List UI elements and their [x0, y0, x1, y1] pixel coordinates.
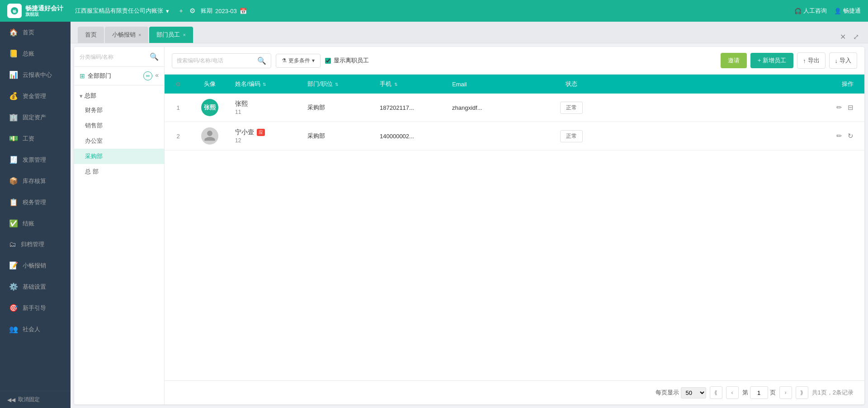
total-info: 共1页，2条记录 [812, 389, 854, 397]
dept-collapse-icon[interactable]: « [155, 71, 159, 80]
dept-header-icons: ✏ « [143, 71, 159, 80]
import-icon: ↓ [835, 57, 838, 64]
sidebar-label-close: 结账 [23, 220, 34, 228]
chevron-down-icon: ▾ [166, 8, 169, 14]
sidebar-item-salary[interactable]: 💵 工资 [0, 128, 71, 149]
th-dept-position[interactable]: 部门/职位 ⇅ [300, 75, 373, 94]
sidebar-item-inventory[interactable]: 📦 库存核算 [0, 170, 71, 192]
salary-icon: 💵 [9, 134, 18, 143]
dept-item-sales[interactable]: 销售部 [74, 118, 164, 133]
sidebar-item-invoice[interactable]: 🧾 发票管理 [0, 149, 71, 170]
dept-sort-icon: ⇅ [335, 82, 339, 87]
th-avatar: 头像 [192, 75, 228, 94]
ai-consult-button[interactable]: 🎧 人工咨询 [794, 7, 827, 15]
first-page-btn[interactable]: ⟪ [710, 386, 722, 399]
sidebar-item-close[interactable]: ✅ 结账 [0, 213, 71, 234]
sidebar-label-guide: 新手引导 [23, 304, 46, 312]
dept-search-icon[interactable]: 🔍 [150, 52, 159, 61]
sidebar-label-social: 社会人 [23, 325, 40, 333]
unpin-label: 取消固定 [18, 396, 40, 403]
expand-tab-btn[interactable]: ⤢ [851, 31, 861, 43]
dept-search-input[interactable] [80, 54, 148, 60]
export-label: 导出 [808, 56, 820, 65]
th-name-code[interactable]: 姓名/编码 ⇅ [228, 75, 300, 94]
sidebar-label-ledger: 总账 [23, 50, 34, 58]
calendar-icon[interactable]: 📅 [240, 8, 247, 14]
th-settings-icon[interactable]: ⚙ [175, 81, 181, 88]
cell-dept-0: 采购部 [300, 94, 373, 122]
prev-page-btn[interactable]: ‹ [726, 386, 739, 399]
dept-item-general[interactable]: 总 部 [74, 164, 164, 179]
sidebar-item-assets[interactable]: 🏢 固定资产 [0, 107, 71, 128]
sidebar-item-reports[interactable]: 📊 云报表中心 [0, 64, 71, 85]
settings-button[interactable]: ⚙ [189, 7, 195, 15]
sidebar-item-home[interactable]: 🏠 首页 [0, 22, 71, 43]
period-value: 2023-03 [215, 8, 237, 14]
page-number-input[interactable] [750, 386, 768, 399]
assets-icon: 🏢 [9, 113, 18, 122]
sidebar-item-settings[interactable]: ⚙️ 基础设置 [0, 276, 71, 297]
ai-consult-label: 人工咨询 [803, 7, 827, 15]
next-page-btn[interactable]: › [779, 386, 792, 399]
tab-department[interactable]: 部门员工 × [149, 27, 193, 43]
employee-search-icon[interactable]: 🔍 [257, 56, 266, 65]
edit-employee-button[interactable]: ✏ [836, 132, 842, 140]
sidebar-label-assets: 固定资产 [23, 113, 46, 122]
invite-button[interactable]: 邀请 [721, 53, 747, 68]
logout-employee-button[interactable]: ⊟ [848, 103, 854, 112]
employee-table: ⚙ 头像 姓名/编码 ⇅ 部门/职位 ⇅ 手机 ⇅ [165, 75, 864, 150]
tab-expense[interactable]: 小畅报销 × [105, 27, 148, 43]
show-resigned-checkbox-label[interactable]: 显示离职员工 [325, 56, 369, 65]
add-button[interactable]: ＋ [178, 7, 184, 15]
edit-employee-button[interactable]: ✏ [836, 103, 842, 112]
th-email: Email [445, 75, 526, 94]
headset-icon: 🎧 [794, 8, 802, 14]
export-button[interactable]: ↑ 导出 [797, 52, 826, 69]
delete-employee-button[interactable]: ↻ [848, 132, 854, 140]
show-resigned-checkbox[interactable] [325, 58, 331, 64]
dept-item-office[interactable]: 办公室 [74, 133, 164, 149]
employee-table-container: ⚙ 头像 姓名/编码 ⇅ 部门/职位 ⇅ 手机 ⇅ [165, 75, 864, 380]
th-status: 状态 [526, 75, 617, 94]
employee-search-input[interactable] [177, 57, 255, 64]
company-selector[interactable]: 江西服宝精品有限责任公司内账张 ▾ [71, 5, 173, 17]
settings-nav-icon: ⚙️ [9, 282, 18, 291]
social-icon: 👥 [9, 325, 18, 333]
import-button[interactable]: ↓ 导入 [829, 52, 858, 69]
inner-content: 🔍 ⊞ 全部部门 ✏ « ▾ 总部 [74, 47, 864, 404]
filter-more-button[interactable]: ⚗ 更多条件 ▾ [276, 54, 321, 68]
employee-name: 张熙 [235, 100, 293, 108]
add-employee-button[interactable]: + 新增员工 [750, 53, 793, 68]
sidebar-item-expense[interactable]: 📝 小畅报销 [0, 255, 71, 276]
sidebar-label-salary: 工资 [23, 135, 34, 143]
sidebar-item-ledger[interactable]: 📒 总账 [0, 43, 71, 64]
tab-home[interactable]: 首页 [78, 27, 104, 43]
cell-index-0: 1 [165, 94, 192, 122]
dept-item-finance[interactable]: 财务部 [74, 103, 164, 118]
sidebar-item-tax[interactable]: 📋 税务管理 [0, 192, 71, 213]
tab-department-close[interactable]: × [183, 32, 185, 38]
last-page-btn[interactable]: ⟫ [796, 386, 808, 399]
tab-expense-close[interactable]: × [138, 32, 141, 38]
user-area[interactable]: 👤 畅捷通 [834, 7, 861, 15]
svg-text:畅: 畅 [13, 9, 16, 14]
unpin-button[interactable]: ◀◀ 取消固定 [0, 391, 71, 408]
th-phone[interactable]: 手机 ⇅ [373, 75, 445, 94]
dept-add-icon[interactable]: ✏ [143, 71, 152, 80]
user-name: 畅捷通 [843, 7, 861, 15]
sidebar-item-social[interactable]: 👥 社会人 [0, 319, 71, 340]
sidebar-label-invoice: 发票管理 [23, 156, 46, 164]
dept-group-label-text: 总部 [85, 92, 96, 100]
page-size-select[interactable]: 50 10 20 100 [681, 387, 706, 399]
cell-index-1: 2 [165, 122, 192, 150]
close-tab-btn[interactable]: ✕ [838, 31, 848, 43]
sidebar-item-funds[interactable]: 💰 资金管理 [0, 85, 71, 107]
page-input-area: 第 页 [742, 386, 776, 399]
main-layout: 🏠 首页 📒 总账 📊 云报表中心 💰 资金管理 🏢 固定资产 💵 工资 🧾 发… [0, 22, 868, 408]
expense-icon: 📝 [9, 261, 18, 270]
sidebar-item-guide[interactable]: 🎯 新手引导 [0, 297, 71, 319]
th-settings: ⚙ [165, 75, 192, 94]
sidebar-item-archive[interactable]: 🗂 归档管理 [0, 234, 71, 255]
dept-item-purchase[interactable]: 采购部 [74, 149, 164, 164]
cell-actions-0: ✏⊟ [617, 94, 864, 122]
